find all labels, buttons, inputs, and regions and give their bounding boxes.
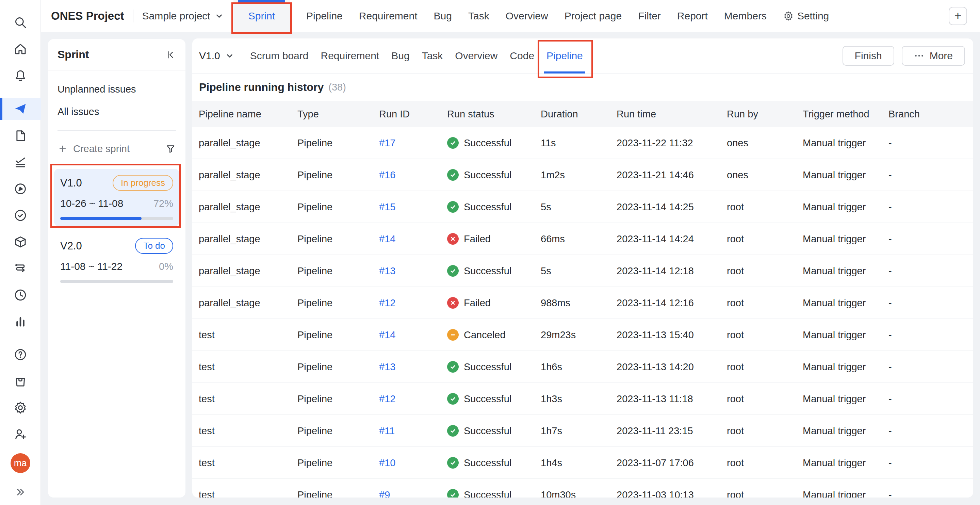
rail-sprint-icon[interactable]: [0, 98, 41, 120]
rail-backlog-icon[interactable]: [13, 155, 28, 170]
column-header-trigger-method: Trigger method: [803, 108, 888, 120]
cell-run-time: 2023-11-14 12:18: [617, 265, 727, 277]
tab-code[interactable]: Code: [510, 38, 534, 73]
top-nav-label: Report: [677, 10, 708, 22]
tab-pipeline[interactable]: Pipeline: [546, 38, 583, 73]
finish-button[interactable]: Finish: [843, 46, 894, 66]
add-button[interactable]: +: [949, 7, 967, 25]
cell-pipeline-name: parallel_stage: [199, 169, 298, 181]
rail-settings-icon[interactable]: [13, 400, 28, 415]
tab-overview[interactable]: Overview: [455, 38, 498, 73]
sprint-card-v2[interactable]: V2.0 To do 11-08 ~ 11-22 0%: [54, 232, 179, 289]
cell-type: Pipeline: [298, 201, 379, 213]
cell-pipeline-name: test: [199, 457, 298, 468]
rail-goal-icon[interactable]: [13, 182, 28, 196]
tab-task[interactable]: Task: [422, 38, 443, 73]
sprint-progress-percent: 0%: [159, 261, 173, 272]
expand-rail-icon[interactable]: [13, 484, 28, 500]
top-nav-pipeline[interactable]: Pipeline: [306, 0, 343, 32]
tab-scrum-board[interactable]: Scrum board: [250, 38, 309, 73]
cell-trigger-method: Manual trigger: [803, 137, 888, 149]
top-nav-filter[interactable]: Filter: [638, 0, 661, 32]
status-label: Canceled: [464, 330, 506, 341]
rail-hours-icon[interactable]: [13, 288, 28, 303]
cell-run-time: 2023-11-14 14:24: [617, 233, 727, 245]
cell-run-id: #9: [379, 489, 447, 498]
table-row: testPipeline#11Successful1h7s2023-11-11 …: [192, 415, 973, 447]
project-selector[interactable]: Sample project: [142, 10, 224, 22]
cell-duration: 1h4s: [541, 457, 617, 468]
top-nav-bug[interactable]: Bug: [434, 0, 452, 32]
run-id-link[interactable]: #11: [379, 425, 395, 436]
top-nav-sprint[interactable]: Sprint: [234, 0, 290, 32]
cell-branch: -: [888, 298, 973, 309]
table-row: parallel_stagePipeline#15Successful5s202…: [192, 191, 973, 223]
rail-report-chart-icon[interactable]: [13, 314, 28, 329]
create-sprint-button[interactable]: Create sprint: [57, 143, 165, 155]
run-id-link[interactable]: #14: [379, 233, 395, 244]
run-id-link[interactable]: #13: [379, 362, 395, 372]
rail-milestone-icon[interactable]: [13, 261, 28, 276]
top-nav-report[interactable]: Report: [677, 0, 708, 32]
cell-branch: -: [888, 362, 973, 373]
status-badge: To do: [135, 238, 173, 254]
run-id-link[interactable]: #9: [379, 489, 390, 498]
top-nav-label: Bug: [434, 10, 452, 22]
user-avatar[interactable]: ma: [11, 453, 30, 473]
rail-help-icon[interactable]: [13, 347, 28, 362]
table-title: Pipeline running history: [199, 81, 324, 94]
run-id-link[interactable]: #17: [379, 137, 395, 148]
cell-branch: -: [888, 201, 973, 213]
top-nav-label: Members: [724, 10, 767, 22]
cell-run-time: 2023-11-13 14:20: [617, 362, 727, 373]
top-nav-requirement[interactable]: Requirement: [359, 0, 417, 32]
cell-pipeline-name: parallel_stage: [199, 298, 298, 309]
run-id-link[interactable]: #10: [379, 457, 395, 468]
run-id-link[interactable]: #16: [379, 169, 395, 180]
run-id-link[interactable]: #13: [379, 265, 395, 276]
rail-app-store-icon[interactable]: [13, 374, 28, 389]
run-id-link[interactable]: #14: [379, 330, 395, 340]
cell-branch: -: [888, 330, 973, 341]
status-canceled-icon: [447, 329, 459, 341]
run-id-link[interactable]: #12: [379, 393, 395, 404]
rail-home-icon[interactable]: [13, 41, 28, 56]
cell-trigger-method: Manual trigger: [803, 362, 888, 373]
status-success-icon: [447, 393, 459, 405]
table-row: testPipeline#14Canceled29m23s2023-11-13 …: [192, 319, 973, 351]
cell-run-time: 2023-11-13 15:40: [617, 330, 727, 341]
cell-pipeline-name: parallel_stage: [199, 137, 298, 149]
cell-run-status: Successful: [447, 137, 541, 149]
top-nav-members[interactable]: Members: [724, 0, 767, 32]
sprint-panel-link-unplanned-issues[interactable]: Unplanned issues: [48, 78, 185, 100]
sprint-card-v1[interactable]: V1.0 In progress 10-26 ~ 11-08 72%: [54, 169, 179, 226]
top-nav-label: Project page: [565, 10, 622, 22]
collapse-panel-icon[interactable]: [164, 49, 176, 61]
rail-add-member-icon[interactable]: [13, 427, 28, 442]
tab-bug[interactable]: Bug: [391, 38, 409, 73]
run-id-link[interactable]: #15: [379, 201, 395, 212]
top-nav-overview[interactable]: Overview: [506, 0, 548, 32]
top-nav-project-page[interactable]: Project page: [565, 0, 622, 32]
rail-release-icon[interactable]: [13, 208, 28, 223]
rail-document-icon[interactable]: [13, 128, 28, 143]
run-id-link[interactable]: #12: [379, 298, 395, 308]
cell-run-status: Successful: [447, 393, 541, 405]
sprint-version-selector[interactable]: V1.0: [199, 38, 234, 73]
rail-component-icon[interactable]: [13, 234, 28, 249]
top-nav-setting[interactable]: Setting: [783, 0, 829, 32]
rail-search-icon[interactable]: [13, 15, 28, 30]
rail-notifications-icon[interactable]: [13, 68, 28, 83]
top-nav-task[interactable]: Task: [468, 0, 489, 32]
column-header-duration: Duration: [541, 108, 617, 120]
create-sprint-label: Create sprint: [73, 143, 130, 155]
sprint-panel-link-all-issues[interactable]: All issues: [48, 100, 185, 123]
tab-label: Requirement: [321, 50, 379, 62]
tab-requirement[interactable]: Requirement: [321, 38, 379, 73]
progress-bar: [60, 217, 173, 220]
cell-duration: 1h7s: [541, 425, 617, 436]
sub-tab-bar: V1.0 Scrum boardRequirementBugTaskOvervi…: [192, 38, 973, 73]
filter-icon[interactable]: [165, 143, 176, 154]
cell-run-id: #16: [379, 169, 447, 181]
more-button[interactable]: More: [902, 46, 965, 66]
